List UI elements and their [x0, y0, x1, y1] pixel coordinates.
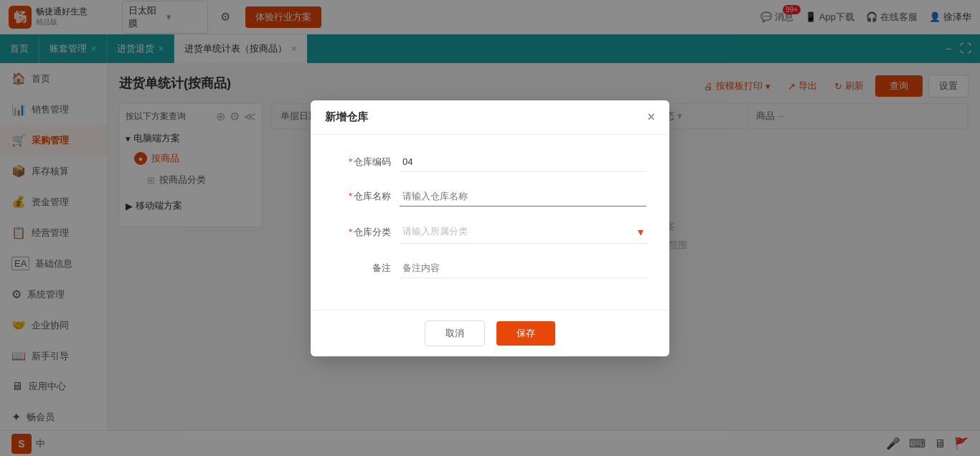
code-input[interactable]	[400, 152, 646, 172]
form-row-name: 仓库名称	[334, 186, 646, 206]
modal-footer: 取消 保存	[311, 310, 669, 356]
form-row-code: 仓库编码	[334, 152, 646, 172]
modal-title: 新增仓库	[325, 110, 368, 124]
modal-overlay: 新增仓库 × 仓库编码 仓库名称 仓库分类 请输入所属分类 ▾	[0, 0, 980, 456]
form-row-category: 仓库分类 请输入所属分类 ▾	[334, 221, 646, 244]
modal-body: 仓库编码 仓库名称 仓库分类 请输入所属分类 ▾ 备注	[311, 135, 669, 310]
category-select[interactable]: 请输入所属分类 ▾	[400, 221, 646, 244]
modal-header: 新增仓库 ×	[311, 100, 669, 135]
modal-add-warehouse: 新增仓库 × 仓库编码 仓库名称 仓库分类 请输入所属分类 ▾	[311, 100, 669, 356]
category-label: 仓库分类	[334, 226, 391, 239]
category-placeholder: 请输入所属分类	[402, 225, 468, 238]
modal-close-button[interactable]: ×	[647, 110, 655, 123]
code-label: 仓库编码	[334, 156, 391, 168]
name-label: 仓库名称	[334, 190, 391, 203]
form-row-note: 备注	[334, 258, 646, 278]
note-input[interactable]	[400, 258, 646, 278]
cancel-button[interactable]: 取消	[425, 320, 485, 346]
save-button[interactable]: 保存	[496, 321, 555, 346]
category-dropdown-icon: ▾	[638, 225, 644, 239]
note-label: 备注	[334, 262, 391, 275]
name-input[interactable]	[400, 186, 646, 206]
